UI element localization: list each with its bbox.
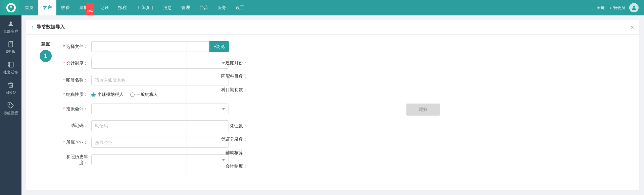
dialog-title: 导爷数据导入 (37, 24, 65, 30)
subject-initial-label: 科目期初数： (220, 87, 251, 93)
sidebar-item-recycle-bin[interactable]: 回收站 (0, 78, 21, 99)
small-taxpayer-radio[interactable]: 小规模纳税人 (91, 91, 123, 97)
dialog-card: ↑ 导爷数据导入 × 建账 1 * 选择文件： (26, 20, 639, 190)
sidebar-item-account-migration[interactable]: 账套迁移 (0, 58, 21, 78)
nav-management[interactable]: 管理 (177, 0, 195, 15)
nav-service[interactable]: 服务 (213, 0, 231, 15)
build-btn-area: 建账 (220, 100, 626, 116)
member-icon: ▷ (609, 5, 612, 10)
nav-items: 首页 客户 收费 票据 new 记账 报税 工商项目 消息 管理 经营 服务 设… (20, 0, 591, 15)
subject-initial-row: 科目期初数： (220, 87, 626, 93)
svg-point-2 (10, 21, 12, 24)
step-label: 建账 (41, 41, 50, 47)
tax-type-label: 纳税性质： (61, 91, 91, 97)
svg-point-5 (9, 104, 10, 105)
avatar[interactable] (629, 3, 639, 12)
company-label: 所属企业： (61, 139, 91, 145)
nav-home[interactable]: 首页 (20, 0, 38, 15)
upload-icon: ↑ (32, 24, 34, 30)
app-logo (3, 0, 19, 15)
logo-icon (6, 3, 16, 12)
tag-icon (7, 102, 14, 109)
voucher-entries-label: 凭证分录数： (220, 136, 251, 142)
sidebar-item-declaration[interactable]: 0申报 (0, 37, 21, 58)
ledger-name-label: 账簿名称： (61, 77, 91, 83)
form-right: 建账月份： 匹配科目数： 科目期初数： 建账 (200, 41, 626, 177)
build-button[interactable]: 建账 (406, 104, 440, 116)
fullscreen-btn[interactable]: ⛶ 全屏 (591, 5, 605, 11)
close-button[interactable]: × (630, 24, 634, 31)
match-subjects-label: 匹配科目数： (220, 73, 251, 79)
trash-icon (7, 81, 14, 89)
top-navigation: 首页 客户 收费 票据 new 记账 报税 工商项目 消息 管理 经营 服务 设… (0, 0, 644, 15)
nav-ticket[interactable]: 票据 new (75, 0, 95, 15)
nav-right: ⛶ 全屏 ▷ 畅会员 (591, 3, 644, 12)
right-accounting-system-label: 会计制度： (220, 163, 251, 169)
memo-label: 助记码： (61, 123, 91, 129)
person-icon (7, 20, 14, 27)
svg-point-1 (633, 6, 635, 8)
accounting-system-label: 会计制度： (61, 60, 91, 66)
voucher-entries-row: 凭证分录数： (220, 136, 626, 142)
aux-accounting-row: 辅助核算： (220, 150, 626, 156)
voucher-count-row: 凭证数： (220, 123, 626, 129)
step-circle: 1 (40, 50, 52, 62)
file-icon (7, 41, 14, 48)
book-icon (7, 61, 14, 68)
match-subjects-row: 匹配科目数： (220, 73, 626, 79)
sidebar: 全部客户 0申报 账套迁移 回收站 (0, 15, 21, 195)
nav-operation[interactable]: 经营 (195, 0, 213, 15)
member-btn[interactable]: ▷ 畅会员 (609, 5, 625, 11)
right-accounting-system-row: 会计制度： (220, 163, 626, 169)
voucher-count-label: 凭证数： (220, 123, 251, 129)
build-month-row: 建账月份： (220, 60, 626, 66)
build-month-label: 建账月份： (220, 60, 251, 66)
nav-tax[interactable]: 报税 (113, 0, 132, 15)
fullscreen-icon: ⛶ (591, 5, 595, 10)
nav-business[interactable]: 工商项目 (132, 0, 158, 15)
main-content: ↑ 导爷数据导入 × 建账 1 * 选择文件： (21, 15, 644, 195)
form-body: 建账 1 * 选择文件： +浏览 会计制度： (26, 35, 639, 183)
nav-message[interactable]: 消息 (158, 0, 177, 15)
dialog-header: ↑ 导爷数据导入 (26, 20, 639, 35)
divider (187, 41, 187, 177)
sidebar-item-tag-settings[interactable]: 标签设置 (0, 99, 21, 119)
nav-fee[interactable]: 收费 (56, 0, 75, 15)
general-taxpayer-radio[interactable]: 一般纳税人 (130, 91, 158, 97)
aux-accounting-label: 辅助核算： (220, 150, 251, 156)
nav-customer[interactable]: 客户 (38, 0, 56, 15)
file-label: * 选择文件： (61, 44, 91, 50)
history-year-label: 参照历史年度： (61, 154, 91, 166)
file-input[interactable] (91, 41, 209, 52)
sidebar-item-all-customers[interactable]: 全部客户 (0, 17, 21, 37)
svg-rect-4 (8, 62, 13, 67)
accountant-label: 指派会计： (61, 106, 91, 112)
nav-settings[interactable]: 设置 (231, 0, 249, 15)
nav-accounting[interactable]: 记账 (95, 0, 113, 15)
